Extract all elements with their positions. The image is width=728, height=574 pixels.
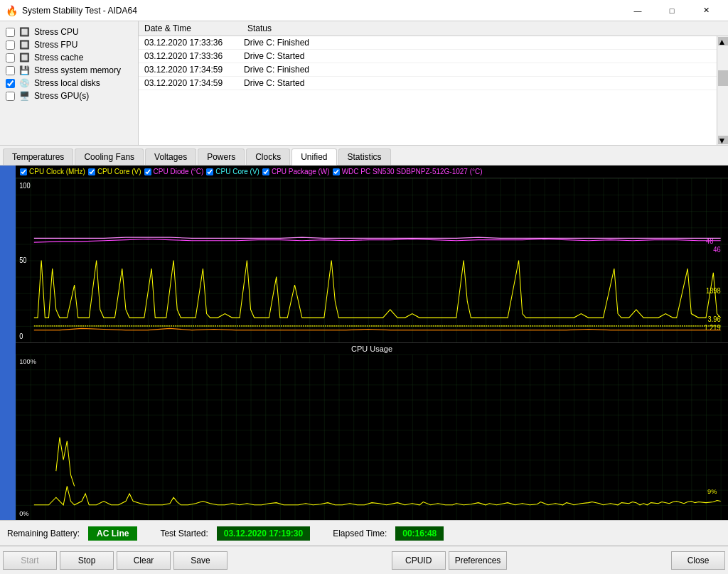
bottom-toolbar: Start Stop Clear Save CPUID Preferences … [0, 546, 728, 574]
tabs-bar: Temperatures Cooling Fans Voltages Power… [0, 146, 728, 166]
log-header-datetime: Date & Time [144, 23, 247, 33]
close-button[interactable]: ✕ [690, 4, 722, 18]
legend-cpu-core-v: CPU Core (V) [88, 168, 141, 175]
log-col-time: 03.12.2020 17:33:36 [144, 38, 244, 48]
log-area: 03.12.2020 17:33:36 Drive C: Finished 03… [139, 36, 728, 145]
stress-local-item[interactable]: 💿 Stress local disks [6, 78, 132, 88]
log-col-status: Drive C: Started [244, 78, 722, 88]
log-panel: Date & Time Status 03.12.2020 17:33:36 D… [139, 21, 728, 145]
stress-memory-icon: 💾 [19, 65, 30, 75]
stress-gpu-checkbox[interactable] [6, 92, 15, 101]
legend-cpu-core-v2-check[interactable] [206, 168, 213, 175]
title-bar: 🔥 System Stability Test - AIDA64 — □ ✕ [0, 0, 728, 21]
tab-powers[interactable]: Powers [198, 148, 245, 165]
stress-memory-item[interactable]: 💾 Stress system memory [6, 65, 132, 75]
stress-gpu-item[interactable]: 🖥️ Stress GPU(s) [6, 91, 132, 101]
minimize-button[interactable]: — [621, 4, 654, 18]
log-scrollbar[interactable]: ▲ ▼ [717, 36, 728, 145]
stress-cpu-label: Stress CPU [34, 27, 79, 37]
svg-text:0: 0 [19, 332, 23, 341]
stress-gpu-label: Stress GPU(s) [34, 91, 89, 101]
stress-cache-icon: 🔲 [19, 53, 30, 63]
legend-cpu-diode: CPU Diode (°C) [144, 168, 204, 175]
tab-cooling-fans[interactable]: Cooling Fans [75, 148, 144, 165]
save-button[interactable]: Save [173, 551, 228, 570]
svg-rect-11 [16, 354, 728, 520]
tab-clocks[interactable]: Clocks [246, 148, 290, 165]
legend-ssd-temp-label: WDC PC SN530 SDBPNPZ-512G-1027 (°C) [342, 168, 483, 175]
cpuid-button[interactable]: CPUID [392, 551, 446, 570]
scroll-thumb[interactable] [718, 70, 728, 86]
svg-text:100: 100 [19, 181, 31, 190]
stress-fpu-item[interactable]: 🔲 Stress FPU [6, 40, 132, 50]
chart1-legend: CPU Clock (MHz) CPU Core (V) CPU Diode (… [16, 166, 728, 178]
legend-cpu-diode-label: CPU Diode (°C) [154, 168, 204, 175]
log-col-status: Drive C: Finished [244, 38, 722, 48]
legend-ssd-temp-check[interactable] [333, 168, 340, 175]
log-col-time: 03.12.2020 17:34:59 [144, 65, 244, 75]
tab-temperatures[interactable]: Temperatures [3, 148, 73, 165]
svg-text:50: 50 [19, 256, 27, 264]
maximize-button[interactable]: □ [655, 4, 688, 18]
log-row: 03.12.2020 17:33:36 Drive C: Started [139, 50, 728, 63]
log-row: 03.12.2020 17:33:36 Drive C: Finished [139, 36, 728, 50]
scroll-down-button[interactable]: ▼ [718, 136, 728, 144]
tab-voltages[interactable]: Voltages [145, 148, 196, 165]
svg-text:100%: 100% [19, 357, 36, 365]
chart1-svg: 100 50 0 48 46 1398 3.96 1.219 [16, 178, 728, 342]
stress-cpu-checkbox[interactable] [6, 28, 15, 37]
preferences-button[interactable]: Preferences [449, 551, 508, 570]
app-title: System Stability Test - AIDA64 [22, 6, 137, 16]
chart1-container: CPU Clock (MHz) CPU Core (V) CPU Diode (… [16, 166, 728, 343]
log-row: 03.12.2020 17:34:59 Drive C: Started [139, 77, 728, 90]
stress-local-checkbox[interactable] [6, 79, 15, 88]
legend-cpu-core-v-label: CPU Core (V) [97, 168, 141, 175]
stress-fpu-checkbox[interactable] [6, 40, 15, 50]
elapsed-value: 00:16:48 [395, 526, 444, 541]
stress-fpu-label: Stress FPU [34, 40, 77, 50]
legend-cpu-core-v-check[interactable] [88, 168, 95, 175]
tab-unified[interactable]: Unified [291, 148, 336, 166]
chart1-svg-area: 100 50 0 48 46 1398 3.96 1.219 [16, 178, 728, 342]
log-col-status: Drive C: Finished [244, 65, 722, 75]
legend-cpu-core-v2: CPU Core (V) [206, 168, 259, 175]
legend-cpu-package-label: CPU Package (W) [272, 168, 330, 175]
svg-text:1398: 1398 [706, 286, 721, 295]
log-col-time: 03.12.2020 17:33:36 [144, 51, 244, 61]
legend-cpu-clock-label: CPU Clock (MHz) [29, 168, 85, 175]
main-content: 🔲 Stress CPU 🔲 Stress FPU 🔲 Stress cache… [0, 21, 728, 546]
clear-button[interactable]: Clear [117, 551, 171, 570]
chart2-title: CPU Usage [16, 343, 728, 354]
stress-memory-checkbox[interactable] [6, 66, 15, 75]
close-window-button[interactable]: Close [671, 551, 725, 570]
legend-cpu-clock: CPU Clock (MHz) [20, 168, 85, 175]
scroll-up-button[interactable]: ▲ [718, 37, 728, 45]
app-icon: 🔥 [6, 5, 18, 16]
stress-cache-item[interactable]: 🔲 Stress cache [6, 53, 132, 63]
legend-cpu-diode-check[interactable] [144, 168, 151, 175]
chart2-container: CPU Usage 100% 0% 9 [16, 343, 728, 520]
stress-gpu-icon: 🖥️ [19, 91, 30, 101]
legend-ssd-temp: WDC PC SN530 SDBPNPZ-512G-1027 (°C) [333, 168, 483, 175]
top-section: 🔲 Stress CPU 🔲 Stress FPU 🔲 Stress cache… [0, 21, 728, 146]
stress-cpu-item[interactable]: 🔲 Stress CPU [6, 27, 132, 37]
tab-statistics[interactable]: Statistics [338, 148, 391, 165]
stress-cache-checkbox[interactable] [6, 53, 15, 63]
stress-cpu-icon: 🔲 [19, 27, 30, 37]
legend-cpu-core-v2-label: CPU Core (V) [215, 168, 259, 175]
legend-cpu-clock-check[interactable] [20, 168, 27, 175]
stress-options-panel: 🔲 Stress CPU 🔲 Stress FPU 🔲 Stress cache… [0, 21, 139, 145]
chart2-svg-area: 100% 0% 9% [16, 354, 728, 520]
charts-area: CPU Clock (MHz) CPU Core (V) CPU Diode (… [0, 166, 728, 520]
stop-button[interactable]: Stop [60, 551, 114, 570]
stress-cache-label: Stress cache [34, 53, 83, 63]
tab-side-indicator [0, 166, 16, 520]
legend-cpu-package-check[interactable] [262, 168, 269, 175]
legend-cpu-package: CPU Package (W) [262, 168, 330, 175]
start-button[interactable]: Start [3, 551, 57, 570]
stress-fpu-icon: 🔲 [19, 40, 30, 50]
log-col-time: 03.12.2020 17:34:59 [144, 78, 244, 88]
toolbar-left: Start Stop Clear Save [3, 551, 228, 570]
test-started-label: Test Started: [160, 529, 208, 538]
chart2-svg: 100% 0% 9% [16, 354, 728, 520]
